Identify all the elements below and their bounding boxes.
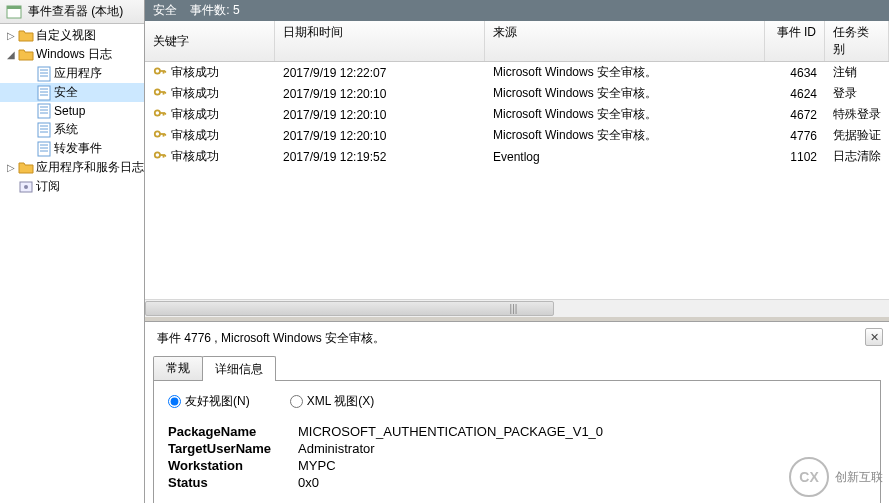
cell-keyword: 审核成功 — [171, 127, 219, 144]
field-name: PackageName — [168, 424, 298, 439]
log-icon — [36, 66, 52, 82]
svg-point-32 — [155, 110, 160, 115]
col-event-id[interactable]: 事件 ID — [765, 21, 825, 61]
log-icon — [36, 141, 52, 157]
col-keyword[interactable]: 关键字 — [145, 21, 275, 61]
cell-source: Microsoft Windows 安全审核。 — [485, 126, 765, 145]
cell-keyword: 审核成功 — [171, 64, 219, 81]
radio-xml-input[interactable] — [290, 395, 303, 408]
expander-icon[interactable]: ▷ — [4, 29, 18, 43]
col-datetime[interactable]: 日期和时间 — [275, 21, 485, 61]
detail-title: 事件 4776 , Microsoft Windows 安全审核。 — [153, 326, 881, 353]
folder-icon — [18, 28, 34, 44]
tree-item[interactable]: 系统 — [0, 120, 144, 139]
radio-friendly-label: 友好视图(N) — [185, 393, 250, 410]
svg-rect-1 — [7, 6, 21, 9]
key-icon — [153, 106, 167, 123]
cell-event-id: 1102 — [765, 149, 825, 165]
key-icon — [153, 127, 167, 144]
expander-icon[interactable]: ◢ — [4, 48, 18, 62]
close-button[interactable]: ✕ — [865, 328, 883, 346]
svg-rect-18 — [38, 142, 50, 156]
cell-datetime: 2017/9/19 12:22:07 — [275, 65, 485, 81]
cell-source: Microsoft Windows 安全审核。 — [485, 84, 765, 103]
event-row[interactable]: 审核成功2017/9/19 12:20:10Microsoft Windows … — [145, 104, 889, 125]
svg-rect-14 — [38, 123, 50, 137]
expander-icon[interactable] — [22, 86, 36, 100]
tab-details[interactable]: 详细信息 — [202, 356, 276, 381]
field-name: Workstation — [168, 458, 298, 473]
cell-keyword: 审核成功 — [171, 85, 219, 102]
tab-details-content: 友好视图(N) XML 视图(X) PackageNameMICROSOFT_A… — [153, 381, 881, 503]
tree-item-label: 安全 — [54, 84, 78, 101]
tree-item-label: Setup — [54, 104, 85, 118]
detail-field-row: WorkstationMYPC — [168, 458, 866, 473]
cell-category: 登录 — [825, 84, 889, 103]
tree-item[interactable]: ▷应用程序和服务日志 — [0, 158, 144, 177]
scrollbar-thumb[interactable] — [145, 301, 554, 316]
key-icon — [153, 148, 167, 165]
detail-fields: PackageNameMICROSOFT_AUTHENTICATION_PACK… — [168, 424, 866, 490]
detail-field-row: PackageNameMICROSOFT_AUTHENTICATION_PACK… — [168, 424, 866, 439]
list-body[interactable]: 审核成功2017/9/19 12:22:07Microsoft Windows … — [145, 62, 889, 299]
expander-icon[interactable] — [22, 123, 36, 137]
expander-icon[interactable] — [22, 104, 36, 118]
folder-icon — [18, 47, 34, 63]
tree-item[interactable]: Setup — [0, 102, 144, 120]
event-row[interactable]: 审核成功2017/9/19 12:20:10Microsoft Windows … — [145, 83, 889, 104]
detail-panel: ✕ 事件 4776 , Microsoft Windows 安全审核。 常规 详… — [145, 321, 889, 503]
list-header[interactable]: 关键字 日期和时间 来源 事件 ID 任务类别 — [145, 21, 889, 62]
info-count-prefix: 事件数: — [190, 3, 229, 17]
cell-source: Eventlog — [485, 149, 765, 165]
tree-item-label: 应用程序和服务日志 — [36, 159, 144, 176]
cell-category: 特殊登录 — [825, 105, 889, 124]
tree-item[interactable]: ◢Windows 日志 — [0, 45, 144, 64]
log-icon — [36, 122, 52, 138]
cell-category: 日志清除 — [825, 147, 889, 166]
svg-point-40 — [155, 152, 160, 157]
svg-point-36 — [155, 131, 160, 136]
event-viewer-icon — [6, 4, 22, 20]
radio-friendly-input[interactable] — [168, 395, 181, 408]
cell-event-id: 4624 — [765, 86, 825, 102]
cell-event-id: 4776 — [765, 128, 825, 144]
radio-friendly-view[interactable]: 友好视图(N) — [168, 393, 250, 410]
expander-icon[interactable] — [22, 142, 36, 156]
svg-point-24 — [155, 68, 160, 73]
field-value: 0x0 — [298, 475, 319, 490]
detail-tabs: 常规 详细信息 — [153, 355, 881, 381]
tree-item[interactable]: 订阅 — [0, 177, 144, 196]
info-log-name: 安全 — [153, 3, 177, 17]
event-list: 关键字 日期和时间 来源 事件 ID 任务类别 审核成功2017/9/19 12… — [145, 21, 889, 321]
tree-item-label: 系统 — [54, 121, 78, 138]
expander-icon[interactable] — [4, 180, 18, 194]
watermark-text: 创新互联 — [835, 469, 883, 486]
info-bar: 安全 事件数: 5 — [145, 0, 889, 21]
cell-event-id: 4672 — [765, 107, 825, 123]
expander-icon[interactable]: ▷ — [4, 161, 18, 175]
tree-item[interactable]: ▷自定义视图 — [0, 26, 144, 45]
sub-icon — [18, 179, 34, 195]
event-row[interactable]: 审核成功2017/9/19 12:19:52Eventlog1102日志清除 — [145, 146, 889, 167]
cell-keyword: 审核成功 — [171, 106, 219, 123]
horizontal-scrollbar[interactable]: ||| — [145, 299, 889, 317]
field-name: TargetUserName — [168, 441, 298, 456]
col-category[interactable]: 任务类别 — [825, 21, 889, 61]
radio-xml-label: XML 视图(X) — [307, 393, 375, 410]
svg-rect-10 — [38, 104, 50, 118]
tree-item-label: 应用程序 — [54, 65, 102, 82]
tree-item[interactable]: 应用程序 — [0, 64, 144, 83]
col-source[interactable]: 来源 — [485, 21, 765, 61]
expander-icon[interactable] — [22, 67, 36, 81]
tree-item[interactable]: 转发事件 — [0, 139, 144, 158]
tab-general[interactable]: 常规 — [153, 356, 203, 380]
event-row[interactable]: 审核成功2017/9/19 12:22:07Microsoft Windows … — [145, 62, 889, 83]
cell-datetime: 2017/9/19 12:19:52 — [275, 149, 485, 165]
tree-item[interactable]: 安全 — [0, 83, 144, 102]
field-name: Status — [168, 475, 298, 490]
right-panel: 安全 事件数: 5 关键字 日期和时间 来源 事件 ID 任务类别 审核成功20… — [145, 0, 889, 503]
tree-item-label: Windows 日志 — [36, 46, 112, 63]
event-row[interactable]: 审核成功2017/9/19 12:20:10Microsoft Windows … — [145, 125, 889, 146]
tree-body[interactable]: ▷自定义视图◢Windows 日志应用程序安全Setup系统转发事件▷应用程序和… — [0, 24, 144, 503]
radio-xml-view[interactable]: XML 视图(X) — [290, 393, 375, 410]
